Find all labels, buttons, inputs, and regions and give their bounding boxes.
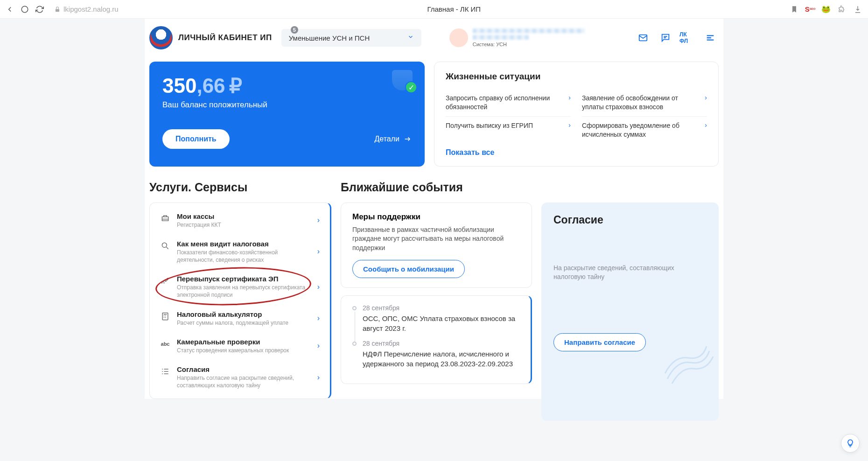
service-item-my-kassy[interactable]: Мои кассыРегистрация ККТ › — [150, 207, 330, 234]
svg-rect-1 — [56, 9, 59, 12]
service-item-how-tax-sees[interactable]: Как меня видит налоговаяПоказатели финан… — [150, 234, 330, 269]
details-link[interactable]: Детали — [374, 135, 412, 143]
user-block[interactable]: Система: УСН — [431, 28, 625, 47]
support-title: Меры поддержки — [352, 212, 520, 222]
consent-card: Согласие На раскрытие сведений, составля… — [541, 203, 719, 421]
extension-red-s-icon[interactable]: SSEO — [805, 5, 815, 14]
situations-card: Жизненные ситуации Запросить справку об … — [434, 62, 719, 167]
reload-icon[interactable] — [35, 5, 44, 14]
situation-item[interactable]: Заявление об освобождении от уплаты стра… — [582, 89, 707, 117]
extension-frog-icon[interactable]: 🐸 — [821, 5, 831, 14]
svg-point-4 — [162, 243, 167, 247]
app-header: ЛИЧНЫЙ КАБИНЕТ ИП 5 Уменьшение УСН и ПСН… — [149, 19, 719, 57]
service-item-tax-calc[interactable]: Налоговый калькуляторРасчет суммы налога… — [150, 305, 330, 332]
chevron-right-icon: › — [317, 314, 320, 322]
balance-dec: ,66 — [196, 74, 225, 98]
url-box[interactable]: lkipgost2.nalog.ru — [54, 5, 119, 13]
situation-item[interactable]: Сформировать уведомление об исчисленных … — [582, 117, 707, 144]
services-section-title: Услуги. Сервисы — [149, 181, 331, 194]
balance-subtitle: Ваш баланс положительный — [162, 100, 412, 110]
lk-fl-link[interactable]: ЛК ФЛ — [679, 29, 696, 46]
service-item-consents[interactable]: СогласияНаправить согласие на раскрытие … — [150, 360, 330, 395]
timeline-line — [355, 312, 355, 342]
situations-title: Жизненные ситуации — [446, 71, 707, 82]
arrow-right-icon — [403, 135, 412, 143]
extension-puzzle-icon[interactable] — [837, 5, 847, 14]
browser-toolbar: lkipgost2.nalog.ru Главная - ЛК ИП SSEO … — [0, 0, 868, 19]
chevron-right-icon: › — [317, 373, 320, 382]
situation-item[interactable]: Получить выписку из ЕГРИП› — [446, 117, 571, 144]
chevron-right-icon: › — [568, 121, 571, 129]
fingerprint-icon — [658, 337, 719, 393]
signature-icon — [160, 276, 170, 286]
events-section-title: Ближайшие события — [341, 181, 532, 194]
logo[interactable]: ЛИЧНЫЙ КАБИНЕТ ИП — [149, 26, 272, 49]
list-icon — [160, 366, 170, 377]
svg-rect-3 — [162, 217, 168, 220]
logo-text: ЛИЧНЫЙ КАБИНЕТ ИП — [178, 33, 272, 42]
balance-card: ✓ 350 ,66 ₽ Ваш баланс положительный Поп… — [149, 62, 425, 167]
user-name-blurred — [473, 28, 585, 33]
chevron-right-icon: › — [705, 94, 707, 101]
timeline-dot-icon — [352, 306, 357, 310]
mail-icon[interactable] — [635, 29, 651, 46]
consent-text: На раскрытие сведений, составляющих нало… — [553, 264, 707, 282]
dropdown-label: Уменьшение УСН и ПСН — [289, 34, 370, 42]
abc-icon: abc — [160, 339, 170, 349]
service-item-reissue-cert[interactable]: Перевыпуск сертификата ЭПОтправка заявле… — [150, 269, 330, 304]
avatar — [449, 28, 468, 47]
topup-button[interactable]: Пополнить — [162, 129, 230, 149]
send-consent-button[interactable]: Направить согласие — [553, 333, 646, 351]
check-icon: ✓ — [405, 81, 417, 93]
lightbulb-icon — [846, 439, 855, 448]
menu-icon[interactable] — [702, 29, 719, 46]
chevron-down-icon — [407, 34, 414, 42]
service-item-checks[interactable]: abc Камеральные проверкиСтатус проведени… — [150, 332, 330, 360]
support-text: Призванные в рамках частичной мобилизаци… — [352, 225, 520, 253]
details-label: Детали — [374, 135, 399, 143]
url-text: lkipgost2.nalog.ru — [63, 5, 119, 13]
yandex-icon[interactable] — [21, 5, 29, 14]
help-button[interactable] — [841, 434, 860, 453]
chevron-right-icon: › — [317, 283, 320, 291]
balance-int: 350 — [162, 74, 196, 98]
chevron-right-icon: › — [568, 94, 571, 101]
report-mobilization-button[interactable]: Сообщить о мобилизации — [352, 260, 465, 278]
back-icon[interactable] — [6, 5, 14, 14]
balance-decoration: ✓ — [392, 70, 413, 91]
chevron-right-icon: › — [317, 216, 320, 224]
page-body: ЛИЧНЫЙ КАБИНЕТ ИП 5 Уменьшение УСН и ПСН… — [0, 19, 868, 461]
user-system: Система: УСН — [473, 42, 585, 47]
timeline-item[interactable]: 28 сентября НДФЛ Перечисление налога, ис… — [352, 340, 519, 375]
timeline-dot-icon — [352, 342, 357, 346]
chevron-right-icon: › — [317, 342, 320, 350]
svg-rect-5 — [162, 313, 168, 320]
dropdown-badge: 5 — [291, 26, 298, 34]
show-all-link[interactable]: Показать все — [446, 148, 494, 157]
situation-item[interactable]: Запросить справку об исполнении обязанно… — [446, 89, 571, 117]
magnifier-icon — [160, 241, 170, 251]
notification-dropdown[interactable]: 5 Уменьшение УСН и ПСН — [281, 29, 421, 47]
page-title: Главная - ЛК ИП — [124, 5, 784, 13]
user-id-blurred — [473, 35, 529, 40]
services-list: Мои кассыРегистрация ККТ › Как меня види… — [149, 203, 331, 399]
calculator-icon — [160, 311, 170, 321]
chat-icon[interactable] — [657, 29, 674, 46]
svg-point-0 — [21, 6, 28, 13]
timeline-item[interactable]: 28 сентября ОСС, ОПС, ОМС Уплата страхов… — [352, 304, 519, 340]
chevron-right-icon: › — [705, 121, 707, 129]
lock-icon — [54, 6, 61, 13]
timeline-card: 28 сентября ОСС, ОПС, ОМС Уплата страхов… — [341, 295, 532, 384]
balance-amount: 350 ,66 ₽ — [162, 74, 412, 98]
downloads-icon[interactable] — [853, 5, 862, 14]
emblem-icon — [149, 26, 173, 49]
chevron-right-icon: › — [317, 247, 320, 256]
balance-currency: ₽ — [229, 74, 242, 98]
bookmark-icon[interactable] — [790, 5, 799, 14]
support-card: Меры поддержки Призванные в рамках части… — [341, 203, 532, 288]
consent-title: Согласие — [553, 214, 707, 226]
cash-register-icon — [160, 213, 170, 224]
